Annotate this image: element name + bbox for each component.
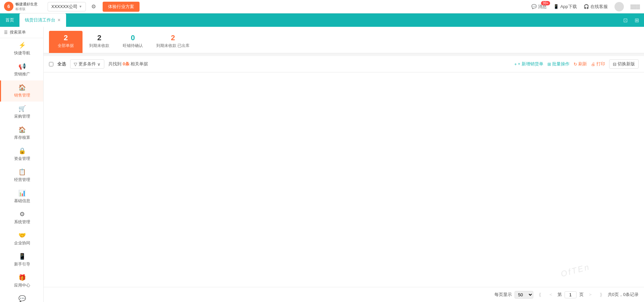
page-number-input[interactable]: [565, 291, 577, 298]
tab-bar: 首页 钱货日清工作台 ✕ ⊡ ⊞: [0, 13, 644, 27]
per-page-select[interactable]: 50 20 100: [515, 291, 533, 299]
batch-icon: ⊞: [547, 62, 551, 67]
stat-tab-outstock[interactable]: 2 到期未收款 已出库: [150, 31, 196, 53]
sidebar-item-operation[interactable]: 📋 经营管理: [0, 165, 43, 186]
add-sales-order-btn[interactable]: + + 新增销货单: [514, 61, 543, 67]
print-icon: 🖨: [591, 62, 595, 67]
last-page-btn[interactable]: ⟫: [597, 291, 605, 299]
tab-home[interactable]: 首页: [0, 13, 19, 27]
stat-num-outstock: 2: [171, 34, 175, 42]
print-label: 打印: [596, 61, 605, 67]
stat-label-outstock: 到期未收款 已出库: [156, 43, 190, 49]
sidebar-item-inventory[interactable]: 🏠 库存核算: [0, 123, 43, 144]
filter-icon: ▽: [74, 62, 77, 67]
sidebar-quick-nav-label: 快捷导航: [14, 50, 30, 56]
tab-workbench[interactable]: 钱货日清工作台 ✕: [19, 13, 66, 27]
message-icon: 💬: [531, 4, 537, 9]
sidebar-item-marketing[interactable]: 📢 营销推广: [0, 59, 43, 80]
tab-close-icon[interactable]: ✕: [57, 18, 61, 22]
settings-button[interactable]: ⚙: [89, 2, 99, 12]
message-btn[interactable]: 💬 消息 99+: [531, 4, 547, 10]
next-page-btn[interactable]: ＞: [586, 291, 594, 299]
gift-icon: 🎁: [18, 274, 26, 281]
switch-new-version-btn[interactable]: ⊟ 切换新版: [609, 59, 639, 69]
lightning-icon: ⚡: [18, 42, 26, 49]
stat-num-overdue: 2: [97, 34, 101, 42]
app-download-icon: 📱: [553, 4, 559, 9]
lock-icon: 🔒: [18, 147, 26, 155]
found-text: 共找到 0条 相关单据: [108, 61, 148, 67]
sidebar-item-enterprise[interactable]: 🤝 企业协同: [0, 228, 43, 249]
batch-operation-btn[interactable]: ⊞ 批量操作: [547, 61, 570, 67]
top-bar: 6 畅捷通好生意 标准版 XXXXXX公司 ▼ ⚙ 体验行业方案 💬 消息 99…: [0, 0, 644, 13]
chevron-down-icon: ▼: [79, 5, 82, 8]
sidebar-item-app-center[interactable]: 🎁 应用中心: [0, 270, 43, 292]
warehouse-icon: 🏠: [18, 126, 26, 133]
pagination: 每页显示 50 20 100 ⟪ ＜ 第 页 ＞ ⟫ 共0页，0条记录: [44, 287, 644, 302]
sidebar-item-search[interactable]: ☰ 搜索菜单: [0, 27, 43, 38]
tab-workbench-label: 钱货日清工作台: [25, 17, 55, 23]
user-name[interactable]: ▓▓▓: [631, 4, 640, 9]
sidebar-item-guide[interactable]: 📱 新手引导: [0, 249, 43, 270]
app-download-btn[interactable]: 📱 App下载: [553, 4, 577, 10]
logo-tag: 标准版: [15, 7, 38, 11]
found-suffix: 相关单据: [130, 61, 148, 66]
gear-icon: ⚙: [19, 210, 25, 218]
switch-icon: ⊟: [613, 62, 616, 67]
add-label: + 新增销货单: [518, 61, 543, 67]
stat-label-all: 全部单据: [58, 43, 74, 49]
table-icon: 📊: [18, 189, 26, 197]
logo-text-area: 畅捷通好生意 标准版: [15, 2, 38, 11]
toolbar-right: + + 新增销货单 ⊞ 批量操作 ↻ 刷新 🖨 打印 ⊟ 切换新版: [514, 59, 639, 69]
sidebar-item-basic-info[interactable]: 📊 基础信息: [0, 186, 43, 207]
sidebar-item-sales[interactable]: 🏠 销售管理: [0, 80, 43, 102]
prev-page-btn[interactable]: ＜: [547, 291, 555, 299]
logo-text: 畅捷通好生意: [15, 2, 38, 6]
toolbar: 全选 ▽ 更多条件 ∨ 共找到 0条 相关单据 + + 新增销货单 ⊞ 批量操作: [44, 56, 644, 72]
page-suffix-label: 页: [579, 292, 584, 298]
filter-btn[interactable]: ▽ 更多条件 ∨: [70, 59, 104, 69]
sidebar-item-finance[interactable]: 🔒 资金管理: [0, 144, 43, 165]
avatar[interactable]: [614, 2, 624, 11]
sidebar-item-system[interactable]: ⚙ 系统管理: [0, 207, 43, 228]
select-all-checkbox[interactable]: [49, 62, 53, 66]
sidebar-item-quick-nav[interactable]: ⚡ 快捷导航: [0, 38, 43, 59]
refresh-icon: ↻: [574, 62, 577, 67]
tab-maximize-btn[interactable]: ⊞: [633, 16, 641, 24]
table-area: [44, 72, 644, 287]
experience-btn[interactable]: 体验行业方案: [103, 2, 140, 12]
refresh-btn[interactable]: ↻ 刷新: [574, 61, 587, 67]
sidebar-finance-label: 资金管理: [14, 156, 30, 162]
online-service-btn[interactable]: 🎧 在线客服: [584, 4, 608, 10]
sidebar-system-label: 系统管理: [14, 219, 30, 225]
sidebar-search-label: 搜索菜单: [10, 29, 26, 35]
sidebar-item-enterprise-wechat[interactable]: 💬 企业微信: [0, 292, 43, 302]
stat-tab-pending[interactable]: 0 旺铺待确认: [116, 31, 150, 53]
found-prefix: 共找到: [108, 61, 121, 66]
print-btn[interactable]: 🖨 打印: [591, 61, 605, 67]
sidebar: ☰ 搜索菜单 ⚡ 快捷导航 📢 营销推广 🏠 销售管理 🛒 采购管理 🏠 库存核…: [0, 27, 44, 302]
sidebar-item-purchase[interactable]: 🛒 采购管理: [0, 102, 43, 123]
found-count: 0条: [123, 61, 129, 66]
logo-icon: 6: [4, 2, 13, 11]
house-icon: 🏠: [18, 84, 26, 91]
sidebar-operation-label: 经营管理: [14, 177, 30, 183]
switch-label: 切换新版: [618, 61, 635, 67]
sidebar-marketing-label: 营销推广: [14, 71, 30, 77]
main-layout: ☰ 搜索菜单 ⚡ 快捷导航 📢 营销推广 🏠 销售管理 🛒 采购管理 🏠 库存核…: [0, 27, 644, 302]
content-area: 2 全部单据 2 到期未收款 0 旺铺待确认 2 到期未收款 已出库 全选 ▽ …: [44, 27, 644, 302]
headset-icon: 🎧: [584, 4, 589, 9]
company-selector[interactable]: XXXXXX公司 ▼: [48, 2, 86, 11]
page-prefix-label: 第: [557, 292, 562, 298]
stat-tab-all[interactable]: 2 全部单据: [49, 31, 83, 53]
per-page-label: 每页显示: [494, 292, 512, 298]
sidebar-sales-label: 销售管理: [14, 93, 30, 98]
sidebar-app-center-label: 应用中心: [14, 283, 30, 288]
batch-label: 批量操作: [552, 61, 570, 67]
refresh-label: 刷新: [578, 61, 587, 67]
sidebar-enterprise-label: 企业协同: [14, 240, 30, 246]
tab-minimize-btn[interactable]: ⊡: [621, 16, 629, 24]
first-page-btn[interactable]: ⟪: [536, 291, 544, 299]
sidebar-inventory-label: 库存核算: [14, 135, 30, 140]
stat-tab-overdue[interactable]: 2 到期未收款: [83, 31, 116, 53]
